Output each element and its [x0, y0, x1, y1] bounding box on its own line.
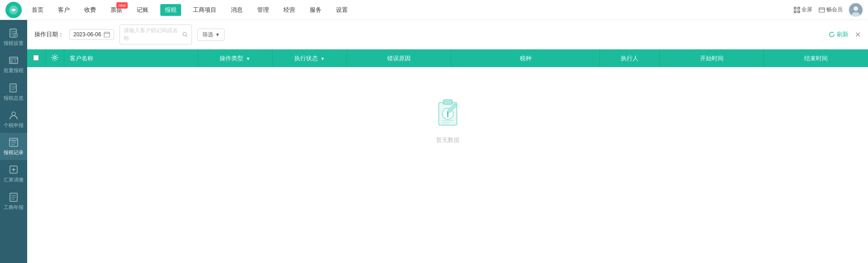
svg-rect-1: [794, 7, 796, 9]
empty-state: 暂无数据: [27, 67, 868, 171]
nav-message[interactable]: 消息: [228, 4, 245, 16]
settings-icon: [51, 54, 58, 61]
svg-point-15: [12, 112, 15, 116]
nav-tax[interactable]: 报税: [160, 4, 181, 16]
nav-bookkeeping[interactable]: 记账: [134, 4, 151, 16]
svg-point-13: [10, 62, 11, 63]
nav-fee[interactable]: 收费: [82, 4, 99, 16]
fullscreen-icon: [794, 7, 800, 13]
data-table: 客户名称 操作类型 ▼ 执行状态 ▼ 错误原因 税种 执行人 开始时间: [27, 49, 868, 171]
nav-operation[interactable]: 经营: [281, 4, 298, 16]
svg-rect-23: [443, 100, 452, 104]
sidebar-label-annual-report: 工商年报: [4, 204, 24, 210]
fullscreen-btn[interactable]: 全屏: [794, 6, 812, 14]
svg-rect-3: [794, 11, 796, 13]
svg-rect-4: [798, 11, 800, 13]
avatar-icon: [849, 3, 863, 17]
calendar-icon: [104, 31, 110, 38]
nav-settings[interactable]: 设置: [333, 4, 350, 16]
search-icon: [182, 31, 188, 38]
empty-state-row: 暂无数据: [27, 67, 868, 171]
empty-state-illustration: [430, 94, 466, 131]
nav-service[interactable]: 服务: [307, 4, 324, 16]
sidebar-item-tax-settings[interactable]: 报税设置: [0, 24, 27, 51]
refresh-button[interactable]: 刷新: [829, 30, 849, 39]
th-error: 错误原因: [347, 49, 451, 67]
svg-rect-16: [10, 138, 18, 146]
sidebar-label-batch-tax: 批量报税: [4, 67, 24, 73]
th-customer-name: 客户名称: [64, 49, 198, 67]
chevron-down-icon: ▼: [215, 32, 220, 37]
sidebar-item-tax-record[interactable]: 报税记录: [0, 133, 27, 160]
empty-text: 暂无数据: [436, 136, 460, 144]
date-value: 2023-06-06: [73, 31, 101, 38]
filter-button[interactable]: 筛选 ▼: [197, 29, 225, 41]
sidebar-label-tax-settings: 报税设置: [4, 40, 24, 46]
th-status[interactable]: 执行状态 ▼: [272, 49, 346, 67]
nav-customer[interactable]: 客户: [55, 4, 72, 16]
nav-ticket[interactable]: 票据 new: [108, 4, 125, 16]
th-op-type[interactable]: 操作类型 ▼: [198, 49, 272, 67]
table-body: 暂无数据: [27, 67, 868, 171]
tax-settings-icon: [9, 28, 19, 38]
top-nav-right: 全屏 畅会员: [794, 3, 863, 17]
sidebar-item-annual-report[interactable]: 工商年报: [0, 188, 27, 215]
sidebar-item-batch-tax[interactable]: 批量报税: [0, 51, 27, 78]
svg-point-25: [447, 116, 448, 117]
nav-home[interactable]: 首页: [29, 4, 46, 16]
sidebar-item-personal-tax[interactable]: 个税申报: [0, 106, 27, 133]
status-filter-icon: ▼: [321, 56, 325, 61]
svg-point-12: [10, 60, 11, 61]
main-layout: 报税设置 批量报税 报税总览: [0, 20, 868, 263]
svg-rect-5: [819, 8, 825, 12]
top-nav: 首页 客户 收费 票据 new 记账 报税 工商项目 消息 管理 经营 服务 设…: [0, 0, 868, 20]
svg-point-20: [183, 32, 187, 36]
svg-point-7: [854, 6, 858, 11]
refresh-label: 刷新: [837, 30, 849, 39]
sidebar: 报税设置 批量报税 报税总览: [0, 20, 27, 263]
annual-report-icon: [9, 192, 19, 202]
table-header: 客户名称 操作类型 ▼ 执行状态 ▼ 错误原因 税种 执行人 开始时间: [27, 49, 868, 67]
date-label: 操作日期：: [34, 30, 64, 39]
new-badge: new: [116, 2, 128, 9]
nav-items: 首页 客户 收费 票据 new 记账 报税 工商项目 消息 管理 经营 服务 设…: [29, 4, 794, 16]
th-start-time: 开始时间: [660, 49, 764, 67]
content-area: 操作日期： 2023-06-06 请输入客户助记码或名称 筛选 ▼: [27, 20, 868, 263]
personal-tax-icon: [9, 110, 19, 120]
close-button[interactable]: ✕: [855, 30, 861, 39]
sidebar-label-tax-overview: 报税总览: [4, 95, 24, 101]
search-box[interactable]: 请输入客户助记码或名称: [120, 24, 192, 44]
svg-point-21: [53, 57, 56, 59]
th-tax-type: 税种: [451, 49, 600, 67]
date-input[interactable]: 2023-06-06: [69, 29, 114, 40]
th-executor: 执行人: [600, 49, 660, 67]
app-logo[interactable]: [5, 2, 22, 18]
tax-overview-icon: [9, 83, 19, 93]
op-type-filter-icon: ▼: [246, 56, 250, 61]
settlement-icon: [9, 165, 19, 175]
user-avatar[interactable]: [849, 3, 863, 17]
nav-manage[interactable]: 管理: [254, 4, 272, 16]
table-wrapper: 客户名称 操作类型 ▼ 执行状态 ▼ 错误原因 税种 执行人 开始时间: [27, 49, 868, 263]
select-all-checkbox[interactable]: [33, 55, 39, 61]
th-end-time: 结束时间: [764, 49, 868, 67]
sidebar-label-tax-record: 报税记录: [4, 149, 24, 156]
svg-rect-19: [104, 32, 110, 37]
sidebar-item-settlement[interactable]: 汇算清缴: [0, 160, 27, 187]
tax-record-icon: [9, 137, 19, 147]
th-checkbox[interactable]: [27, 49, 45, 67]
toolbar-right: 刷新 ✕: [829, 30, 861, 39]
sidebar-label-settlement: 汇算清缴: [4, 176, 24, 183]
filter-label: 筛选: [202, 31, 213, 39]
search-placeholder: 请输入客户助记码或名称: [124, 27, 180, 42]
sidebar-label-personal-tax: 个税申报: [4, 122, 24, 128]
empty-state-cell: 暂无数据: [27, 67, 868, 171]
refresh-icon: [829, 31, 835, 38]
batch-tax-icon: [9, 55, 19, 65]
member-btn[interactable]: 畅会员: [819, 6, 843, 14]
member-icon: [819, 7, 825, 13]
th-gear[interactable]: [45, 49, 64, 67]
sidebar-item-tax-overview[interactable]: 报税总览: [0, 78, 27, 106]
toolbar: 操作日期： 2023-06-06 请输入客户助记码或名称 筛选 ▼: [27, 20, 868, 49]
nav-business[interactable]: 工商项目: [190, 4, 219, 16]
